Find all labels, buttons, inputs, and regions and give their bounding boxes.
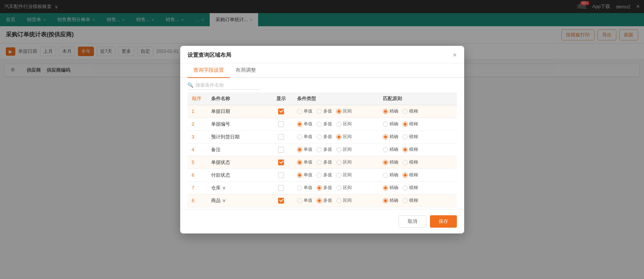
row-type: 单值多值区间 [293, 194, 379, 207]
type-option[interactable]: 单值 [297, 172, 312, 178]
radio-indicator [383, 109, 388, 114]
radio-indicator [383, 198, 388, 203]
match-option[interactable]: 精确 [383, 108, 398, 114]
type-option[interactable]: 区间 [336, 172, 352, 178]
row-match: 精确模糊 [379, 156, 457, 169]
th-type: 条件类型 [293, 93, 379, 105]
match-option[interactable]: 精确 [383, 121, 398, 127]
radio-indicator [383, 147, 388, 152]
row-show[interactable] [269, 169, 293, 181]
table-row: 7仓库 ∨单值多值区间精确模糊 [187, 181, 457, 194]
show-checkbox[interactable] [278, 109, 284, 114]
match-option[interactable]: 模糊 [403, 121, 418, 127]
radio-indicator [383, 134, 388, 140]
type-option[interactable]: 多值 [317, 108, 332, 114]
type-option[interactable]: 多值 [317, 159, 332, 165]
dialog-tab-query-fields[interactable]: 查询字段设置 [187, 63, 230, 78]
cancel-btn[interactable]: 取消 [399, 215, 426, 228]
row-show[interactable] [269, 118, 293, 130]
row-show[interactable] [269, 130, 293, 143]
search-input-wrap: 🔍 [187, 82, 260, 90]
row-show[interactable] [269, 181, 293, 194]
row-order: 4 [187, 143, 207, 156]
match-option[interactable]: 模糊 [403, 146, 418, 153]
save-btn[interactable]: 保存 [430, 215, 457, 228]
match-option[interactable]: 精确 [383, 146, 398, 153]
type-option[interactable]: 区间 [336, 159, 352, 165]
radio-indicator [317, 122, 322, 127]
type-option[interactable]: 多值 [317, 185, 332, 191]
type-option[interactable]: 单值 [297, 146, 312, 153]
radio-indicator [383, 185, 388, 190]
match-option[interactable]: 模糊 [403, 172, 418, 178]
match-option[interactable]: 模糊 [403, 159, 418, 165]
type-option[interactable]: 多值 [317, 134, 332, 140]
table-row: 4备注单值多值区间精确模糊 [187, 143, 457, 156]
row-show[interactable] [269, 143, 293, 156]
radio-indicator [297, 122, 302, 127]
type-option[interactable]: 多值 [317, 121, 332, 127]
conditions-table-scroll[interactable]: 顺序 条件名称 显示 条件类型 匹配原则 1单据日期单值多值区间精确模糊2单据编… [187, 93, 457, 209]
table-row: 5单据状态单值多值区间精确模糊 [187, 156, 457, 169]
row-show[interactable] [269, 194, 293, 207]
type-option[interactable]: 单值 [297, 185, 312, 191]
show-checkbox[interactable] [278, 185, 284, 191]
type-option[interactable]: 区间 [336, 134, 352, 140]
radio-indicator [383, 173, 388, 178]
row-name: 备注 [207, 143, 269, 156]
radio-indicator [383, 160, 388, 165]
row-order: 8 [187, 194, 207, 207]
row-name: 商品 ∨ [207, 194, 269, 207]
type-option[interactable]: 单值 [297, 159, 312, 165]
row-show[interactable] [269, 156, 293, 169]
th-match: 匹配原则 [379, 93, 457, 105]
match-option[interactable]: 精确 [383, 197, 398, 204]
row-order: 1 [187, 105, 207, 118]
row-show[interactable] [269, 105, 293, 118]
show-checkbox[interactable] [278, 147, 284, 153]
match-option[interactable]: 精确 [383, 159, 398, 165]
radio-indicator [317, 185, 322, 190]
type-option[interactable]: 多值 [317, 197, 332, 204]
match-option[interactable]: 模糊 [403, 197, 418, 204]
conditions-table: 顺序 条件名称 显示 条件类型 匹配原则 1单据日期单值多值区间精确模糊2单据编… [187, 93, 457, 209]
row-order: 5 [187, 156, 207, 169]
row-match: 精确模糊 [379, 181, 457, 194]
row-type: 单值多值区间 [293, 169, 379, 181]
type-option[interactable]: 多值 [317, 172, 332, 178]
type-option[interactable]: 区间 [336, 121, 352, 127]
match-option[interactable]: 精确 [383, 134, 398, 140]
radio-indicator [403, 134, 408, 140]
search-input[interactable] [195, 82, 260, 88]
type-option[interactable]: 单值 [297, 197, 312, 204]
radio-indicator [336, 173, 341, 178]
type-option[interactable]: 多值 [317, 146, 332, 153]
table-row: 3预计到货日期单值多值区间精确模糊 [187, 130, 457, 143]
show-checkbox[interactable] [278, 134, 284, 140]
dialog-close-btn[interactable]: × [453, 52, 457, 58]
radio-indicator [336, 198, 341, 203]
radio-indicator [403, 122, 408, 127]
show-checkbox[interactable] [278, 172, 284, 178]
type-option[interactable]: 单值 [297, 121, 312, 127]
type-option[interactable]: 单值 [297, 134, 312, 140]
match-option[interactable]: 模糊 [403, 108, 418, 114]
search-area: 🔍 [180, 78, 464, 93]
row-order: 3 [187, 130, 207, 143]
type-option[interactable]: 单值 [297, 108, 312, 114]
show-checkbox[interactable] [278, 121, 284, 127]
type-option[interactable]: 区间 [336, 185, 352, 191]
match-option[interactable]: 精确 [383, 172, 398, 178]
dialog-tab-layout[interactable]: 布局调整 [230, 63, 262, 78]
show-checkbox[interactable] [278, 198, 284, 204]
type-option[interactable]: 区间 [336, 108, 352, 114]
show-checkbox[interactable] [278, 160, 284, 165]
match-option[interactable]: 模糊 [403, 134, 418, 140]
type-option[interactable]: 区间 [336, 146, 352, 153]
type-option[interactable]: 区间 [336, 197, 352, 204]
match-option[interactable]: 精确 [383, 185, 398, 191]
radio-indicator [297, 109, 302, 114]
radio-indicator [297, 134, 302, 140]
row-name: 单据编号 [207, 118, 269, 130]
match-option[interactable]: 模糊 [403, 185, 418, 191]
